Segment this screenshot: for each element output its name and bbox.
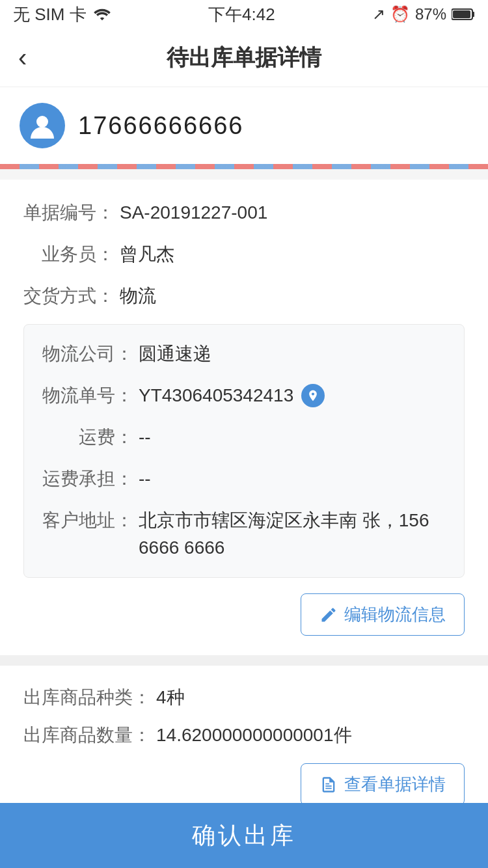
status-bar: 无 SIM 卡 下午4:42 ↗ ⏰ 87%	[0, 0, 488, 29]
edit-icon	[319, 606, 338, 624]
logistics-box: 物流公司： 圆通速递 物流单号： YT43064053424​13 运费： --…	[23, 324, 465, 578]
status-time: 下午4:42	[208, 3, 275, 26]
svg-rect-1	[472, 12, 474, 17]
map-pin-icon	[306, 389, 319, 402]
order-no-label: 单据编号：	[23, 199, 120, 226]
user-icon	[28, 111, 57, 140]
confirm-button-label: 确认出库	[192, 820, 296, 852]
customer-phone: 17666666666	[78, 112, 243, 140]
tracking-no-row: 物流单号： YT43064053424​13	[42, 382, 446, 409]
tracking-no-value: YT43064053424​13	[139, 382, 446, 409]
view-detail-label: 查看单据详情	[344, 773, 446, 796]
svg-point-3	[36, 116, 48, 128]
view-detail-button[interactable]: 查看单据详情	[301, 763, 465, 806]
goods-quantity-row: 出库商品数量： 14.620000000000001件	[23, 723, 465, 748]
goods-type-row: 出库商品种类： 4种	[23, 685, 465, 710]
delivery-method-label: 交货方式：	[23, 282, 120, 310]
nav-bar: ‹ 待出库单据详情	[0, 29, 488, 87]
goods-quantity-label: 出库商品数量：	[23, 723, 156, 748]
edit-logistics-row: 编辑物流信息	[23, 593, 465, 636]
status-left: 无 SIM 卡	[13, 3, 111, 26]
carrier-text: 无 SIM 卡	[13, 3, 87, 26]
freight-bearer-row: 运费承担： --	[42, 465, 446, 493]
address-row: 客户地址： 北京市市辖区海淀区永丰南 张，156 6666 6666	[42, 507, 446, 562]
delivery-method-row: 交货方式： 物流	[23, 282, 465, 310]
avatar	[20, 103, 65, 148]
section-divider	[0, 655, 488, 666]
salesperson-label: 业务员：	[23, 241, 120, 268]
address-label: 客户地址：	[42, 507, 139, 534]
salesperson-value: 曾凡杰	[120, 241, 465, 268]
logistics-company-value: 圆通速递	[139, 340, 446, 368]
status-right: ↗ ⏰ 87%	[372, 5, 475, 23]
salesperson-row: 业务员： 曾凡杰	[23, 241, 465, 268]
order-no-value: SA-20191227-001	[120, 199, 465, 226]
freight-value: --	[139, 424, 446, 451]
back-button[interactable]: ‹	[18, 43, 27, 72]
logistics-company-label: 物流公司：	[42, 340, 139, 368]
goods-quantity-value: 14.620000000000001件	[156, 723, 352, 748]
battery-text: 87%	[415, 5, 446, 23]
freight-bearer-label: 运费承担：	[42, 465, 139, 493]
address-value: 北京市市辖区海淀区永丰南 张，156 6666 6666	[139, 507, 446, 562]
customer-header: 17666666666	[0, 87, 488, 164]
order-no-row: 单据编号： SA-20191227-001	[23, 199, 465, 226]
freight-row: 运费： --	[42, 424, 446, 451]
edit-logistics-button[interactable]: 编辑物流信息	[301, 593, 465, 636]
confirm-button-bar[interactable]: 确认出库	[0, 803, 488, 868]
freight-label: 运费：	[42, 424, 139, 451]
track-location-button[interactable]	[301, 384, 325, 407]
battery-icon	[452, 8, 475, 20]
freight-bearer-value: --	[139, 465, 446, 493]
alarm-icon: ⏰	[390, 5, 410, 23]
basic-info-section: 单据编号： SA-20191227-001 业务员： 曾凡杰 交货方式： 物流 …	[0, 180, 488, 655]
edit-logistics-label: 编辑物流信息	[344, 603, 446, 626]
delivery-method-value: 物流	[120, 282, 465, 310]
view-detail-row: 查看单据详情	[23, 763, 465, 806]
location-status-icon: ↗	[372, 5, 385, 23]
wifi-icon	[93, 8, 111, 21]
color-divider	[0, 164, 488, 169]
svg-rect-2	[453, 10, 470, 18]
page-title: 待出库单据详情	[167, 43, 321, 73]
goods-summary-section: 出库商品种类： 4种 出库商品数量： 14.620000000000001件 查…	[0, 666, 488, 825]
goods-type-value: 4种	[156, 685, 185, 710]
goods-type-label: 出库商品种类：	[23, 685, 156, 710]
logistics-company-row: 物流公司： 圆通速递	[42, 340, 446, 368]
document-icon	[319, 776, 338, 794]
tracking-no-label: 物流单号：	[42, 382, 139, 409]
